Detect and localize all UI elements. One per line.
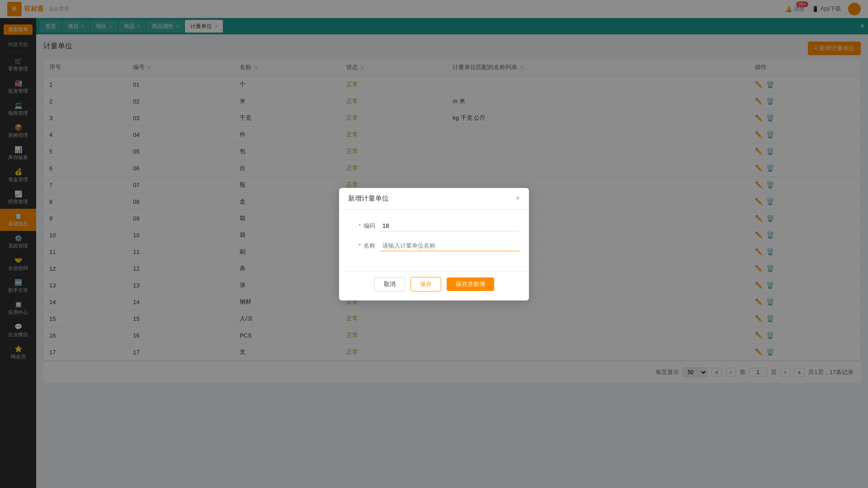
name-label-text: 名称 (363, 242, 375, 249)
code-required-mark: * (359, 222, 361, 229)
modal-title: 新增计量单位 (348, 194, 389, 203)
modal-footer: 取消 保存 保存并新增 (339, 271, 529, 300)
save-button[interactable]: 保存 (410, 277, 441, 291)
form-row-code: * 编码 (348, 221, 520, 231)
modal-body: * 编码 * 名称 (339, 210, 529, 271)
cancel-button[interactable]: 取消 (374, 277, 405, 291)
modal-header: 新增计量单位 × (339, 188, 529, 210)
name-label: * 名称 (348, 242, 375, 250)
code-input[interactable] (380, 221, 520, 231)
code-label: * 编码 (348, 222, 375, 230)
form-row-name: * 名称 (348, 240, 520, 251)
name-input[interactable] (380, 240, 520, 251)
save-and-new-button[interactable]: 保存并新增 (447, 277, 494, 291)
add-unit-modal: 新增计量单位 × * 编码 * 名称 取消 保存 保存并新增 (339, 188, 529, 300)
name-required-mark: * (359, 242, 361, 249)
modal-close-button[interactable]: × (516, 194, 520, 202)
code-label-text: 编码 (363, 222, 375, 229)
modal-overlay: 新增计量单位 × * 编码 * 名称 取消 保存 保存并新增 (0, 0, 868, 488)
